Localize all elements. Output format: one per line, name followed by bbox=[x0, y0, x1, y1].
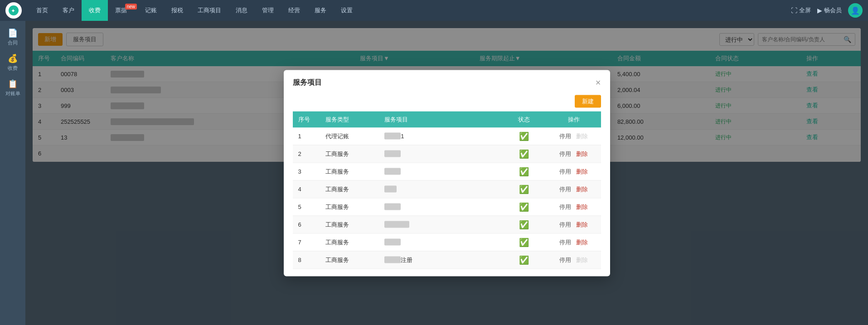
delete-button-2[interactable]: 删除 bbox=[576, 150, 588, 157]
dialog-table-row: 3 工商服务 ████ ✅ 停用 删除 bbox=[293, 163, 601, 180]
dialog-header: 服务项目 × bbox=[284, 70, 610, 91]
dialog-col-type: 服务类型 bbox=[320, 111, 379, 127]
fullscreen-icon: ⛶ bbox=[791, 7, 797, 14]
main-layout: 📄 合同 💰 收费 📋 对账单 新增 服务项目 进行中 全部 已终止 bbox=[0, 21, 868, 325]
statement-icon: 📋 bbox=[8, 79, 18, 89]
status-active-icon: ✅ bbox=[519, 238, 529, 247]
new-badge: new bbox=[125, 4, 137, 10]
billing-icon: 💰 bbox=[8, 53, 18, 63]
delete-button-1: 删除 bbox=[576, 132, 588, 139]
dialog-toolbar: 新建 bbox=[284, 91, 610, 111]
stop-button-5[interactable]: 停用 bbox=[559, 203, 571, 210]
stop-button-1[interactable]: 停用 bbox=[559, 132, 571, 139]
nav-guanli[interactable]: 管理 bbox=[255, 0, 281, 21]
nav-shezhi[interactable]: 设置 bbox=[334, 0, 360, 21]
dialog-col-action: 操作 bbox=[547, 111, 601, 127]
delete-button-6[interactable]: 删除 bbox=[576, 221, 588, 228]
contract-icon: 📄 bbox=[8, 28, 18, 38]
dialog-table-row: 8 工商服务 ████注册 ✅ 停用 删除 bbox=[293, 251, 601, 269]
stop-button-7[interactable]: 停用 bbox=[559, 238, 571, 245]
nav-baoshui[interactable]: 报税 bbox=[164, 0, 190, 21]
delete-button-4[interactable]: 删除 bbox=[576, 185, 588, 192]
nav-fuwu[interactable]: 服务 bbox=[307, 0, 334, 21]
stop-button-4[interactable]: 停用 bbox=[559, 185, 571, 192]
dialog-col-seq: 序号 bbox=[293, 111, 320, 127]
nav-jingying[interactable]: 经营 bbox=[281, 0, 307, 21]
sidebar: 📄 合同 💰 收费 📋 对账单 bbox=[0, 21, 25, 325]
dialog-table-row: 1 代理记账 ████1 ✅ 停用 删除 bbox=[293, 127, 601, 145]
dialog-table-row: 4 工商服务 ███ ✅ 停用 删除 bbox=[293, 180, 601, 198]
dialog-title: 服务项目 bbox=[293, 78, 322, 87]
dialog-close-button[interactable]: × bbox=[596, 77, 601, 87]
nav-gongshang[interactable]: 工商项目 bbox=[190, 0, 228, 21]
sidebar-item-hetong[interactable]: 📄 合同 bbox=[1, 25, 24, 49]
changhui-btn[interactable]: ▶ 畅会员 bbox=[817, 6, 842, 15]
status-active-icon: ✅ bbox=[519, 220, 529, 229]
service-table: 序号 服务类型 服务项目 状态 操作 1 代理记账 ████1 ✅ bbox=[293, 111, 601, 269]
dialog-table-row: 5 工商服务 ████ ✅ 停用 删除 bbox=[293, 198, 601, 216]
stop-button-2[interactable]: 停用 bbox=[559, 150, 571, 157]
delete-button-3[interactable]: 删除 bbox=[576, 168, 588, 175]
dialog-col-project: 服务项目 bbox=[379, 111, 501, 127]
svg-text:✦: ✦ bbox=[11, 8, 15, 14]
status-active-icon: ✅ bbox=[519, 184, 529, 194]
status-active-icon: ✅ bbox=[519, 149, 529, 158]
changhui-icon: ▶ bbox=[817, 7, 822, 14]
content-area: 新增 服务项目 进行中 全部 已终止 🔍 bbox=[25, 21, 868, 325]
nav-jizhang[interactable]: 记账 bbox=[138, 0, 164, 21]
nav-shoufei[interactable]: 收费 bbox=[82, 0, 108, 21]
top-nav-right: ⛶ 全屏 ▶ 畅会员 👤 bbox=[791, 3, 863, 18]
service-dialog: 服务项目 × 新建 序号 服务类型 服务项目 状态 操作 bbox=[284, 70, 610, 276]
sidebar-item-duizhangdan[interactable]: 📋 对账单 bbox=[1, 76, 24, 100]
stop-button-8[interactable]: 停用 bbox=[559, 256, 571, 263]
status-active-icon: ✅ bbox=[519, 255, 529, 264]
stop-button-3[interactable]: 停用 bbox=[559, 168, 571, 175]
dialog-table-wrap[interactable]: 序号 服务类型 服务项目 状态 操作 1 代理记账 ████1 ✅ bbox=[284, 111, 610, 276]
nav-customer[interactable]: 客户 bbox=[55, 0, 82, 21]
logo[interactable]: ✦ bbox=[5, 2, 22, 19]
status-active-icon: ✅ bbox=[519, 202, 529, 211]
new-service-button[interactable]: 新建 bbox=[575, 95, 601, 107]
stop-button-6[interactable]: 停用 bbox=[559, 221, 571, 228]
sidebar-item-shoufei[interactable]: 💰 收费 bbox=[1, 51, 24, 74]
top-nav: ✦ 首页 客户 收费 票据 new 记账 报税 工商项目 消息 管理 经营 服务… bbox=[0, 0, 868, 21]
status-active-icon: ✅ bbox=[519, 167, 529, 176]
dialog-table-row: 2 工商服务 ████ ✅ 停用 删除 bbox=[293, 145, 601, 163]
status-active-icon: ✅ bbox=[519, 131, 529, 141]
delete-button-5[interactable]: 删除 bbox=[576, 203, 588, 210]
delete-button-7[interactable]: 删除 bbox=[576, 238, 588, 245]
dialog-table-row: 6 工商服务 ██████ ✅ 停用 删除 bbox=[293, 216, 601, 233]
fullscreen-btn[interactable]: ⛶ 全屏 bbox=[791, 6, 811, 15]
dialog-table-row: 7 工商服务 ████ ✅ 停用 删除 bbox=[293, 233, 601, 251]
avatar[interactable]: 👤 bbox=[848, 3, 863, 18]
nav-xiaoxi[interactable]: 消息 bbox=[228, 0, 255, 21]
nav-home[interactable]: 首页 bbox=[29, 0, 55, 21]
nav-piao[interactable]: 票据 new bbox=[108, 0, 138, 21]
delete-button-8: 删除 bbox=[576, 256, 588, 263]
dialog-col-status: 状态 bbox=[501, 111, 547, 127]
